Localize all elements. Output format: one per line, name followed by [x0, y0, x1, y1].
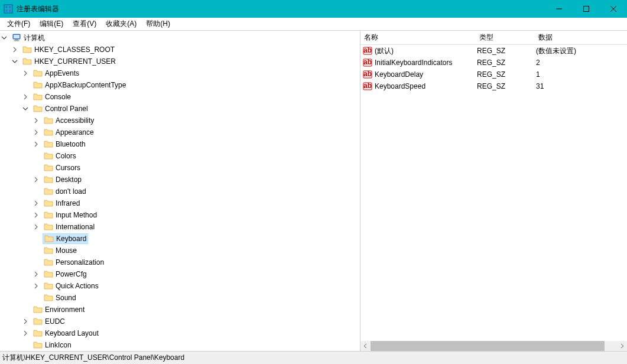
expander-icon[interactable]	[33, 118, 43, 124]
maximize-button[interactable]	[573, 0, 600, 18]
tree-node-accessibility[interactable]: Accessibility	[1, 115, 360, 126]
scroll-left-button[interactable]	[360, 341, 371, 351]
tree-view[interactable]: 计算机HKEY_CLASSES_ROOTHKEY_CURRENT_USERApp…	[0, 31, 360, 351]
svg-rect-6	[584, 6, 589, 12]
tree-node-cursors[interactable]: Cursors	[1, 162, 360, 174]
tree-node-linkicon[interactable]: LinkIcon	[1, 339, 360, 351]
expander-icon[interactable]	[33, 283, 43, 289]
menu-file[interactable]: 文件(F)	[2, 18, 35, 30]
tree-node-label: LinkIcon	[45, 341, 72, 349]
svg-rect-4	[9, 9, 11, 12]
folder-icon	[33, 340, 43, 350]
tree-node-powercfg[interactable]: PowerCfg	[1, 268, 360, 280]
tree-node-eudc[interactable]: EUDC	[1, 316, 360, 327]
tree-node-label: HKEY_CURRENT_USER	[34, 57, 116, 66]
folder-icon	[44, 128, 53, 137]
value-data: 2	[535, 58, 627, 67]
folder-icon	[44, 222, 53, 232]
folder-icon	[44, 246, 53, 255]
svg-text:ab: ab	[363, 46, 372, 54]
menu-favorites[interactable]: 收藏夹(A)	[101, 18, 141, 30]
tree-node-appevents[interactable]: AppEvents	[1, 67, 360, 79]
expander-icon[interactable]	[33, 177, 43, 183]
tree-node-console[interactable]: Console	[1, 91, 360, 103]
expander-icon[interactable]	[33, 271, 43, 277]
tree-node-label: Console	[45, 93, 71, 101]
value-row[interactable]: abInitialKeyboardIndicatorsREG_SZ2	[360, 57, 627, 69]
values-list[interactable]: ab(默认)REG_SZ(数值未设置)abInitialKeyboardIndi…	[360, 45, 627, 341]
value-row[interactable]: ab(默认)REG_SZ(数值未设置)	[360, 45, 627, 57]
value-type: REG_SZ	[476, 82, 535, 90]
expander-icon[interactable]	[22, 318, 32, 324]
tree-node-personalization[interactable]: Personalization	[1, 256, 360, 268]
expander-icon[interactable]	[22, 70, 32, 76]
value-type: REG_SZ	[476, 58, 535, 67]
tree-node-appxbackupcontenttype[interactable]: AppXBackupContentType	[1, 79, 360, 91]
tree-node-input-method[interactable]: Input Method	[1, 209, 360, 221]
expander-icon[interactable]	[12, 47, 21, 53]
tree-node-sound[interactable]: Sound	[1, 292, 360, 304]
tree-node-keyboard-layout[interactable]: Keyboard Layout	[1, 327, 360, 339]
string-value-icon: ab	[363, 58, 372, 67]
expander-icon[interactable]	[22, 330, 32, 336]
column-header-data[interactable]: 数据	[535, 30, 627, 45]
menu-view[interactable]: 查看(V)	[68, 18, 101, 30]
tree-node-don-t-load[interactable]: don't load	[1, 186, 360, 197]
tree-node-label: Accessibility	[56, 116, 94, 125]
expander-icon[interactable]	[33, 129, 43, 135]
scroll-thumb[interactable]	[371, 341, 605, 351]
expander-icon[interactable]	[12, 58, 21, 64]
tree-node-keyboard[interactable]: Keyboard	[1, 233, 360, 245]
values-h-scrollbar[interactable]	[360, 341, 627, 351]
tree-node-bluetooth[interactable]: Bluetooth	[1, 138, 360, 150]
tree-node-hkey-classes-root[interactable]: HKEY_CLASSES_ROOT	[1, 44, 360, 56]
tree-node-hkey-current-user[interactable]: HKEY_CURRENT_USER	[1, 56, 360, 67]
tree-node-label: Control Panel	[45, 105, 88, 113]
value-data: 1	[535, 70, 627, 79]
folder-icon	[44, 269, 53, 279]
folder-icon	[33, 92, 43, 102]
column-header-name[interactable]: 名称	[360, 30, 476, 45]
expander-icon[interactable]	[22, 94, 32, 100]
statusbar: 计算机\HKEY_CURRENT_USER\Control Panel\Keyb…	[0, 351, 627, 364]
tree-node-mouse[interactable]: Mouse	[1, 245, 360, 256]
scroll-right-button[interactable]	[617, 341, 627, 351]
menu-edit[interactable]: 编辑(E)	[35, 18, 68, 30]
tree-node-infrared[interactable]: Infrared	[1, 197, 360, 209]
minimize-button[interactable]	[545, 0, 573, 18]
tree-node-appearance[interactable]: Appearance	[1, 126, 360, 138]
expander-icon[interactable]	[1, 35, 11, 41]
value-row[interactable]: abKeyboardDelayREG_SZ1	[360, 69, 627, 80]
expander-icon[interactable]	[22, 106, 32, 112]
tree-root[interactable]: 计算机	[1, 32, 360, 44]
scroll-track[interactable]	[371, 341, 617, 351]
expander-icon[interactable]	[33, 224, 43, 230]
expander-icon[interactable]	[33, 212, 43, 218]
values-header: 名称 类型 数据	[360, 31, 627, 45]
tree-node-label: International	[56, 223, 95, 231]
tree-node-international[interactable]: International	[1, 221, 360, 233]
folder-icon	[44, 234, 54, 243]
expander-icon[interactable]	[33, 200, 43, 206]
folder-icon	[33, 329, 43, 338]
string-value-icon: ab	[363, 70, 372, 79]
values-panel: 名称 类型 数据 ab(默认)REG_SZ(数值未设置)abInitialKey…	[360, 31, 627, 351]
tree-node-label: PowerCfg	[56, 270, 87, 278]
menu-help[interactable]: 帮助(H)	[141, 18, 175, 30]
value-row[interactable]: abKeyboardSpeedREG_SZ31	[360, 80, 627, 92]
tree-node-control-panel[interactable]: Control Panel	[1, 103, 360, 115]
expander-icon[interactable]	[33, 141, 43, 147]
tree-node-environment[interactable]: Environment	[1, 304, 360, 316]
folder-icon	[44, 175, 53, 184]
titlebar: 注册表编辑器	[0, 0, 627, 18]
value-type: REG_SZ	[476, 47, 535, 55]
svg-text:ab: ab	[363, 70, 372, 78]
close-button[interactable]	[600, 0, 627, 18]
tree-node-colors[interactable]: Colors	[1, 150, 360, 162]
column-header-type[interactable]: 类型	[476, 30, 535, 45]
tree-node-quick-actions[interactable]: Quick Actions	[1, 280, 360, 292]
tree-node-desktop[interactable]: Desktop	[1, 174, 360, 186]
content-area: 计算机HKEY_CLASSES_ROOTHKEY_CURRENT_USERApp…	[0, 31, 627, 351]
value-data: (数值未设置)	[535, 46, 627, 56]
tree-node-label: Personalization	[56, 258, 104, 266]
